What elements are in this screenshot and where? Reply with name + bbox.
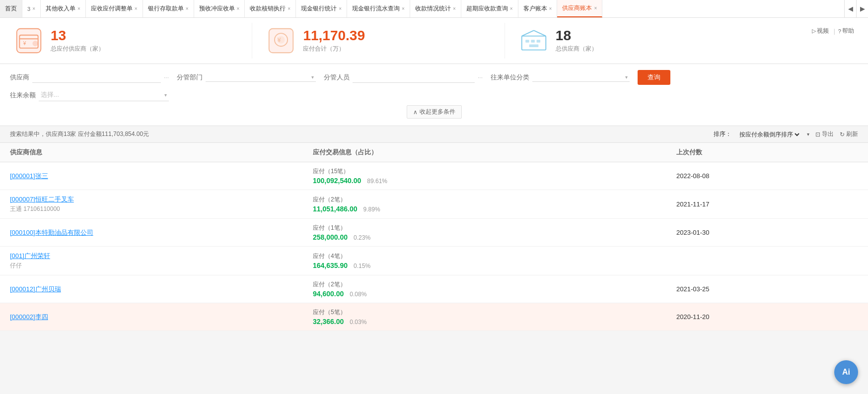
refresh-button[interactable]: ↻ 刷新: [840, 130, 858, 138]
trans-amount-3: 164,635.90: [313, 262, 348, 269]
video-link[interactable]: 视频: [817, 27, 829, 35]
payable-total-label: 应付合计（万）: [303, 45, 365, 53]
nav-item-prepay[interactable]: 预收冲应收单 ×: [194, 0, 245, 17]
trans-row-5: 32,366.00 0.03%: [313, 318, 676, 326]
nav-item-overdue[interactable]: 超期应收款查询 ×: [461, 0, 518, 17]
summary-card-payable-total: ¥ 11,170.39 应付合计（万）: [252, 23, 505, 59]
close-icon-bank[interactable]: ×: [186, 6, 189, 11]
transaction-cell-1: 应付（2笔） 11,051,486.00 9.89%: [313, 190, 676, 218]
supplier-dots[interactable]: ···: [164, 74, 169, 81]
summary-card-total-suppliers: 18 总供应商（家） ▷ 视频 | ? 帮助: [505, 23, 868, 59]
nav-arrow-left[interactable]: ◀: [844, 0, 856, 18]
nav-item-collection-stats[interactable]: 收款情况统计 ×: [410, 0, 461, 17]
trans-percent-4: 0.08%: [350, 291, 366, 298]
nav-label-home: 首页: [5, 4, 17, 13]
collapse-area: ∧ 收起更多条件: [10, 105, 858, 119]
nav-item-cash-stats[interactable]: 现金银行统计 ×: [296, 0, 347, 17]
close-icon-overdue[interactable]: ×: [510, 6, 513, 11]
nav-label-collection: 收款核销执行: [250, 4, 286, 13]
supplier-cell-5: [000002]李四: [10, 303, 313, 330]
nav-arrow-right[interactable]: ▶: [856, 0, 868, 18]
transaction-cell-2: 应付（1笔） 258,000.00 0.23%: [313, 219, 676, 246]
filter-supplier: 供应商 ···: [10, 72, 169, 83]
refresh-label: 刷新: [846, 130, 858, 138]
payable-suppliers-number: 13: [51, 28, 104, 44]
table-row: [000007]恒旺二手叉车 王通 17106110000 应付（2笔） 11,…: [0, 190, 868, 219]
trans-percent-5: 0.03%: [350, 319, 366, 326]
nav-item-supplier-ledger[interactable]: 供应商账本 ×: [557, 0, 602, 17]
nav-label-supplier-ledger: 供应商账本: [562, 4, 592, 12]
close-icon-collection[interactable]: ×: [288, 6, 290, 11]
sort-select[interactable]: 按应付余额倒序排序: [737, 131, 801, 138]
nav-item-adjustment[interactable]: 应收应付调整单 ×: [86, 0, 143, 17]
trans-label-1: 应付（2笔）: [313, 196, 676, 204]
supplier-link-2[interactable]: [000100]本特勤油品有限公司: [10, 228, 313, 237]
supplier-link-5[interactable]: [000002]李四: [10, 313, 313, 322]
supplier-link-1[interactable]: [000007]恒旺二手叉车: [10, 195, 313, 204]
payable-suppliers-label: 总应付供应商（家）: [51, 45, 104, 53]
export-label: 导出: [822, 130, 834, 138]
close-icon-customer-ledger[interactable]: ×: [549, 6, 552, 11]
close-icon-collection-stats[interactable]: ×: [453, 6, 456, 11]
filter-person: 分管人员 ···: [324, 72, 483, 83]
close-icon-3[interactable]: ×: [32, 6, 35, 11]
trans-label-0: 应付（15笔）: [313, 167, 676, 176]
last-payment-cell-5: 2020-11-20: [676, 303, 858, 330]
trans-amount-0: 100,092,540.00: [313, 177, 361, 185]
close-icon-cash-flow[interactable]: ×: [402, 6, 405, 11]
nav-label-prepay: 预收冲应收单: [199, 4, 235, 13]
category-label: 往来单位分类: [491, 73, 529, 82]
nav-item-cash-flow[interactable]: 现金银行流水查询 ×: [347, 0, 410, 17]
last-payment-cell-1: 2021-11-17: [676, 190, 858, 218]
nav-label-collection-stats: 收款情况统计: [415, 4, 451, 13]
close-icon-prepay[interactable]: ×: [237, 6, 240, 11]
nav-item-other-income[interactable]: 其他收入单 ×: [41, 0, 86, 17]
nav-arrows: ◀ ▶: [844, 0, 868, 18]
help-link[interactable]: 帮助: [842, 27, 854, 35]
trans-percent-1: 9.89%: [363, 206, 380, 213]
export-button[interactable]: ⊡ 导出: [815, 130, 834, 138]
supplier-link-0[interactable]: [000001]张三: [10, 172, 313, 181]
nav-label-other-income: 其他收入单: [46, 4, 75, 13]
person-input[interactable]: [353, 72, 475, 83]
person-dots[interactable]: ···: [478, 74, 483, 81]
supplier-cell-0: [000001]张三: [10, 162, 313, 190]
nav-item-customer-ledger[interactable]: 客户账本 ×: [518, 0, 558, 17]
trans-row-2: 258,000.00 0.23%: [313, 233, 676, 241]
close-icon-supplier-ledger[interactable]: ×: [594, 5, 597, 11]
supplier-link-4[interactable]: [000012]广州贝瑞: [10, 285, 313, 294]
nav-label-customer-ledger: 客户账本: [523, 4, 547, 13]
dept-select[interactable]: ▾: [206, 73, 316, 82]
summary-content-payable-suppliers: 13 总应付供应商（家）: [51, 28, 104, 53]
balance-select[interactable]: 选择... ▾: [39, 89, 169, 101]
nav-item-collection[interactable]: 收款核销执行 ×: [245, 0, 296, 17]
nav-item-home[interactable]: 首页: [0, 0, 22, 17]
transaction-cell-5: 应付（5笔） 32,366.00 0.03%: [313, 303, 676, 330]
close-icon-adjustment[interactable]: ×: [135, 6, 138, 11]
collapse-button[interactable]: ∧ 收起更多条件: [407, 105, 462, 119]
nav-item-3[interactable]: 3 ×: [22, 0, 41, 17]
nav-label-3: 3: [27, 6, 30, 12]
close-icon-other-income[interactable]: ×: [77, 6, 80, 11]
trans-percent-3: 0.15%: [354, 263, 370, 269]
close-icon-cash-stats[interactable]: ×: [339, 6, 342, 11]
last-payment-cell-2: 2023-01-30: [676, 219, 858, 246]
nav-item-bank[interactable]: 银行存取款单 ×: [143, 0, 194, 17]
dept-chevron-down-icon: ▾: [311, 74, 314, 80]
balance-placeholder: 选择...: [41, 90, 164, 99]
supplier-input[interactable]: [32, 72, 161, 83]
collapse-chevron-up-icon: ∧: [413, 109, 418, 116]
svg-text:¥: ¥: [23, 41, 26, 46]
supplier-link-3[interactable]: [001]广州荣轩: [10, 252, 313, 261]
trans-amount-1: 11,051,486.00: [313, 205, 358, 213]
table-row: [000100]本特勤油品有限公司 应付（1笔） 258,000.00 0.23…: [0, 219, 868, 247]
query-button[interactable]: 查询: [638, 70, 670, 85]
payable-suppliers-icon: ¥: [15, 27, 43, 55]
trans-percent-2: 0.23%: [354, 234, 370, 241]
nav-label-adjustment: 应收应付调整单: [91, 4, 133, 13]
category-select[interactable]: ▾: [532, 73, 630, 82]
filter-section: 供应商 ··· 分管部门 ▾ 分管人员 ··· 往来单位分类 ▾ 查询: [0, 64, 868, 126]
payment-date-2: 2023-01-30: [676, 229, 858, 236]
filter-dept: 分管部门 ▾: [177, 73, 316, 82]
table-row: [000002]李四 应付（5笔） 32,366.00 0.03% 2020-1…: [0, 303, 868, 331]
